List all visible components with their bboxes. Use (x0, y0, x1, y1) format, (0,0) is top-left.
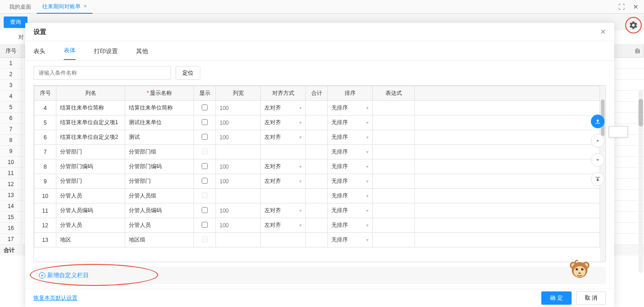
sort-select[interactable]: 无排序▾ (331, 119, 369, 126)
bg-row-number: 14 (0, 201, 22, 211)
cell-expression[interactable] (373, 233, 415, 247)
cell-display-name[interactable]: 分管部门 (125, 174, 194, 189)
sort-select[interactable]: 无排序▾ (331, 104, 369, 112)
align-select[interactable]: 左对齐▾ (264, 119, 302, 126)
gear-icon[interactable] (629, 21, 638, 30)
cell-column-name: 分管人员编码 (56, 203, 125, 218)
bg-row-number: 13 (0, 190, 22, 200)
cell-sort: 无排序▾ (328, 101, 373, 115)
cell-expression[interactable] (373, 159, 415, 174)
width-input[interactable] (220, 105, 257, 111)
show-checkbox[interactable] (202, 222, 208, 228)
width-input[interactable] (220, 208, 257, 214)
table-row[interactable]: 6结算往来单位自定义项2测试左对齐▾无排序▾ (34, 130, 600, 145)
width-input[interactable] (220, 222, 257, 229)
cell-show (194, 189, 216, 203)
cell-display-name[interactable]: 地区组 (125, 233, 194, 247)
table-row[interactable]: 13地区地区组无排序▾ (34, 233, 600, 247)
sort-select[interactable]: 无排序▾ (331, 148, 369, 156)
bg-scrollbar[interactable] (638, 90, 643, 273)
table-row[interactable]: 11分管人员编码分管人员编码左对齐▾无排序▾ (34, 203, 600, 218)
table-row[interactable]: 10分管人员分管人员组无排序▾ (34, 189, 600, 203)
cell-display-name[interactable]: 测试 (125, 130, 194, 145)
align-select[interactable]: 左对齐▾ (264, 133, 302, 141)
cell-expression[interactable] (373, 174, 415, 189)
width-input[interactable] (220, 164, 257, 170)
sort-select[interactable]: 无排序▾ (331, 133, 369, 141)
query-button[interactable]: 查询 (4, 16, 28, 28)
table-row[interactable]: 12分管人员分管人员左对齐▾无排序▾ (34, 218, 600, 233)
bg-row-number: 8 (0, 135, 22, 145)
show-checkbox[interactable] (202, 119, 208, 125)
tab-body[interactable]: 表体 (64, 46, 76, 60)
grid-col-display-name: 显示名称 (125, 86, 194, 101)
cell-sum (306, 174, 328, 189)
sort-select[interactable]: 无排序▾ (331, 221, 369, 229)
show-checkbox[interactable] (202, 163, 208, 169)
cell-expression[interactable] (373, 203, 415, 218)
close-icon[interactable]: ✕ (83, 0, 87, 13)
move-bottom-button[interactable] (591, 172, 605, 186)
monkey-mascot-icon[interactable] (567, 257, 592, 282)
table-row[interactable]: 7分管部门分管部门组无排序▾ (34, 145, 600, 159)
cell-display-name[interactable]: 分管部门编码 (125, 159, 194, 174)
cancel-button[interactable]: 取 消 (576, 291, 606, 305)
bg-scrollbar-thumb[interactable] (638, 99, 643, 126)
sort-select[interactable]: 无排序▾ (331, 177, 369, 185)
sort-select[interactable]: 无排序▾ (331, 163, 369, 170)
cell-align: 左对齐▾ (261, 101, 306, 115)
window-close-icon[interactable]: ✕ (631, 2, 640, 11)
move-up-button[interactable] (591, 134, 605, 148)
cell-expression[interactable] (373, 145, 415, 159)
align-select[interactable]: 左对齐▾ (264, 207, 302, 214)
tab-statement-label: 往来期间对账单 (42, 0, 81, 13)
cell-expression[interactable] (373, 189, 415, 203)
move-top-button[interactable]: 置顶 (591, 115, 605, 128)
ok-button[interactable]: 确 定 (541, 291, 571, 305)
width-input[interactable] (220, 134, 257, 141)
table-row[interactable]: 4结算往来单位简称结算往来单位简称左对齐▾无排序▾ (34, 101, 600, 115)
show-checkbox[interactable] (202, 207, 208, 213)
cell-sum (306, 130, 328, 145)
tab-header[interactable]: 表头 (33, 47, 45, 60)
svg-point-9 (583, 269, 583, 269)
move-down-button[interactable] (591, 153, 605, 167)
align-select[interactable]: 左对齐▾ (264, 163, 302, 170)
show-checkbox[interactable] (202, 134, 208, 140)
cell-expression[interactable] (373, 101, 415, 115)
add-custom-column-link[interactable]: + 新增自定义栏目 (39, 271, 89, 280)
sort-select[interactable]: 无排序▾ (331, 207, 369, 214)
cell-expression[interactable] (373, 130, 415, 145)
show-checkbox[interactable] (202, 104, 208, 110)
cell-expression[interactable] (373, 218, 415, 233)
width-input[interactable] (220, 120, 257, 126)
table-row[interactable]: 5结算往来单位自定义项1测试往来单位左对齐▾无排序▾ (34, 115, 600, 130)
cell-display-name[interactable]: 测试往来单位 (125, 115, 194, 130)
cell-display-name[interactable]: 分管人员编码 (125, 203, 194, 218)
fullscreen-icon[interactable]: ⛶ (616, 2, 627, 11)
tab-desktop[interactable]: 我的桌面 (4, 0, 37, 14)
sort-select[interactable]: 无排序▾ (331, 192, 369, 200)
locate-button[interactable]: 定位 (176, 66, 200, 80)
table-row[interactable]: 8分管部门编码分管部门编码左对齐▾无排序▾ (34, 159, 600, 174)
align-select[interactable]: 左对齐▾ (264, 221, 302, 229)
tab-other[interactable]: 其他 (136, 47, 148, 60)
cell-align: 左对齐▾ (261, 218, 306, 233)
cell-display-name[interactable]: 分管人员组 (125, 189, 194, 203)
table-row[interactable]: 9分管部门分管部门左对齐▾无排序▾ (34, 174, 600, 189)
width-input[interactable] (220, 178, 257, 185)
show-checkbox[interactable] (202, 178, 208, 184)
cell-display-name[interactable]: 分管部门组 (125, 145, 194, 159)
cell-display-name[interactable]: 分管人员 (125, 218, 194, 233)
align-select[interactable]: 左对齐▾ (264, 177, 302, 185)
tab-statement[interactable]: 往来期间对账单 ✕ (37, 0, 93, 14)
cell-display-name[interactable]: 结算往来单位简称 (125, 101, 194, 115)
modal-close-button[interactable]: ✕ (600, 27, 606, 36)
cell-expression[interactable] (373, 115, 415, 130)
cell-seq: 11 (34, 203, 56, 218)
restore-defaults-link[interactable]: 恢复本页默认设置 (33, 294, 77, 302)
sort-select[interactable]: 无排序▾ (331, 236, 369, 244)
align-select[interactable]: 左对齐▾ (264, 104, 302, 112)
tab-print[interactable]: 打印设置 (94, 47, 118, 60)
search-input[interactable] (33, 66, 171, 80)
